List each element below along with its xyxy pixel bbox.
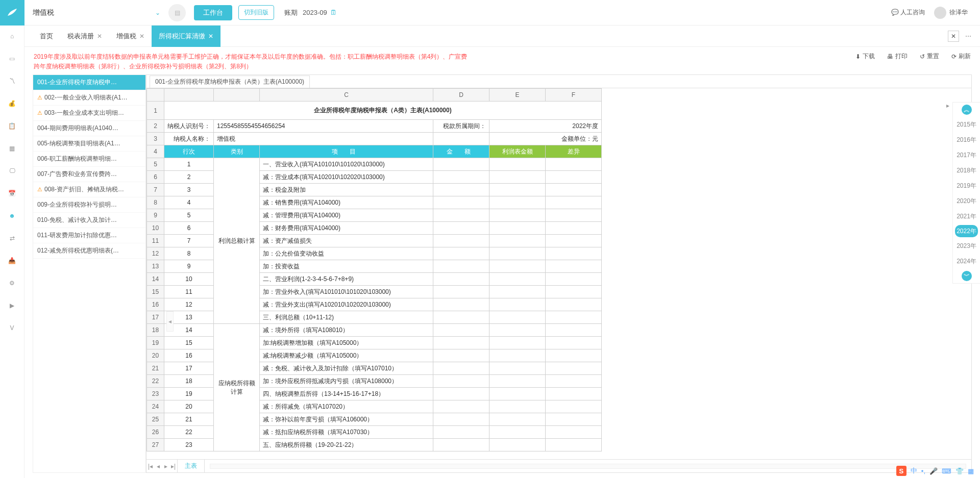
ime-skin-icon[interactable]: 👕	[955, 467, 964, 475]
year-down-button[interactable]: ︾	[953, 269, 980, 283]
form-list-item[interactable]: ⚠003-一般企业成本支出明细…	[33, 106, 145, 121]
year-option[interactable]: 2022年	[955, 225, 978, 237]
year-option[interactable]: 2021年	[953, 209, 980, 224]
user-menu[interactable]: 徐泽华	[934, 7, 968, 19]
toolbar-actions: ⬇ 下载 🖶 打印 ↺ 重置 ⟳ 刷新	[855, 52, 971, 61]
ime-lang[interactable]: 中	[911, 466, 917, 475]
year-option[interactable]: 2023年	[953, 238, 980, 254]
form-list-item[interactable]: 012-减免所得税优惠明细表(…	[33, 243, 145, 259]
form-list-item[interactable]: 005-纳税调整项目明细表(A1…	[33, 136, 145, 152]
form-list-item[interactable]: ⚠008-资产折旧、摊销及纳税…	[33, 182, 145, 197]
nav-transfer-icon[interactable]: ⇄	[7, 233, 18, 244]
close-icon[interactable]: ✕	[208, 33, 213, 40]
nav-v-icon[interactable]: V	[7, 322, 18, 334]
more-tabs-icon[interactable]: ⋯	[965, 33, 972, 40]
nav-rail: ⌂ ▭ 〽 💰 📋 ▦ 🖵 📅 ☻ ⇄ 📥 ⚙ ▶ V	[0, 26, 24, 478]
tab-income-tax-settlement[interactable]: 所得税汇算清缴✕	[152, 26, 220, 47]
chevron-down-icon: ⌄	[155, 9, 160, 16]
sheet-breadcrumb: 001-企业所得税年度纳税申报表（A类）主表(A100000)	[146, 75, 971, 88]
tab-tax-list[interactable]: 税表清册✕	[60, 26, 109, 47]
form-list-item[interactable]: 010-免税、减计收入及加计…	[33, 213, 145, 228]
year-option[interactable]: 2019年	[953, 178, 980, 193]
ime-mic-icon[interactable]: 🎤	[929, 467, 938, 475]
year-option[interactable]: 2024年	[953, 254, 980, 269]
warning-text: 2019年度涉及取以前年度结转数据的申报表单元格需要手工维护正确，才能保证本年及…	[34, 52, 473, 71]
sheet-nav-arrows[interactable]: |◂◂▸▸|	[146, 463, 177, 470]
warning-icon: ⚠	[37, 110, 42, 116]
sheet-footer: |◂◂▸▸| 主表	[146, 459, 971, 472]
form-list: 001-企业所得税年度纳税申…⚠002-一般企业收入明细表(A1…⚠003-一般…	[33, 74, 146, 473]
avatar	[934, 7, 946, 19]
nav-report-icon[interactable]: ▦	[7, 143, 18, 154]
ime-keyboard-icon[interactable]: ⌨	[942, 467, 951, 475]
year-option[interactable]: 2016年	[953, 132, 980, 147]
doc-icon[interactable]: ▤	[168, 4, 186, 21]
nav-tax-icon[interactable]: ☻	[7, 210, 18, 221]
page-tabs: 首页 税表清册✕ 增值税✕ 所得税汇算清缴✕ ✕ ⋯	[24, 26, 980, 47]
nav-calendar-icon[interactable]: 📅	[7, 188, 18, 199]
tab-home[interactable]: 首页	[33, 26, 60, 47]
spreadsheet-grid[interactable]: CDEF1企业所得税年度纳税申报表（A类）主表(A100000)2纳税人识别号：…	[146, 88, 602, 451]
period-picker[interactable]: 2023-09 🗓	[303, 9, 337, 16]
reset-button[interactable]: ↺ 重置	[920, 52, 939, 61]
ime-punct-icon[interactable]: •,	[921, 467, 925, 475]
form-list-item[interactable]: 006-职工薪酬纳税调整明细…	[33, 152, 145, 167]
close-icon[interactable]: ✕	[97, 33, 102, 40]
period: 账期 2023-09 🗓	[284, 8, 337, 17]
year-option[interactable]: 2020年	[953, 193, 980, 209]
form-list-item[interactable]: 009-企业所得税弥补亏损明…	[33, 197, 145, 213]
warning-icon: ⚠	[37, 94, 42, 101]
year-option[interactable]: 2015年	[953, 117, 980, 132]
form-list-item[interactable]: 007-广告费和业务宣传费跨…	[33, 167, 145, 182]
nav-clipboard-icon[interactable]: 📋	[7, 120, 18, 132]
nav-doc-icon[interactable]: ▭	[7, 53, 18, 64]
nav-settings-icon[interactable]: ⚙	[7, 278, 18, 289]
nav-archive-icon[interactable]: 📥	[7, 255, 18, 266]
app-logo[interactable]	[0, 0, 24, 26]
download-button[interactable]: ⬇ 下载	[855, 52, 875, 61]
nav-video-icon[interactable]: ▶	[7, 300, 18, 311]
refresh-button[interactable]: ⟳ 刷新	[951, 52, 971, 61]
form-list-item[interactable]: ⚠002-一般企业收入明细表(A1…	[33, 90, 145, 106]
consult-link[interactable]: 💬 人工咨询	[891, 8, 925, 17]
form-list-item[interactable]: 011-研发费用加计扣除优惠…	[33, 228, 145, 243]
year-option[interactable]: 2017年	[953, 147, 980, 163]
spreadsheet: 001-企业所得税年度纳税申报表（A类）主表(A100000) CDEF1企业所…	[146, 74, 972, 473]
nav-home-icon[interactable]: ⌂	[7, 31, 18, 42]
print-button[interactable]: 🖶 打印	[887, 52, 908, 61]
ime-bar: S 中 •, 🎤 ⌨ 👕 ▦	[896, 466, 974, 476]
horizontal-scrollbar[interactable]	[210, 464, 966, 469]
year-option[interactable]: 2018年	[953, 163, 980, 178]
year-rail: ︽ 2015年2016年2017年2018年2019年2020年2021年202…	[952, 102, 980, 284]
year-up-button[interactable]: ︽	[953, 103, 980, 117]
overflow-arrow-icon[interactable]: ▸	[946, 102, 949, 109]
nav-asset-icon[interactable]: 💰	[7, 98, 18, 109]
ime-grid-icon[interactable]: ▦	[968, 467, 974, 475]
close-icon[interactable]: ✕	[139, 33, 144, 40]
collapse-formlist-button[interactable]: ◂	[166, 311, 174, 332]
org-name: 增值税	[33, 8, 54, 17]
calendar-icon: 🗓	[330, 9, 337, 16]
close-all-button[interactable]: ✕	[948, 31, 959, 42]
org-selector[interactable]: 增值税 ⌄	[33, 8, 160, 17]
form-list-item[interactable]: 001-企业所得税年度纳税申…	[33, 75, 145, 90]
tab-vat[interactable]: 增值税✕	[109, 26, 152, 47]
warning-icon: ⚠	[37, 186, 42, 193]
nav-screen-icon[interactable]: 🖵	[7, 165, 18, 177]
period-label: 账期	[284, 8, 298, 17]
user-name: 徐泽华	[949, 8, 968, 17]
ime-logo-icon[interactable]: S	[896, 466, 906, 476]
top-header: 增值税 ⌄ ▤ 工作台 切到旧版 账期 2023-09 🗓 💬 人工咨询 徐泽华	[0, 0, 980, 26]
switch-old-button[interactable]: 切到旧版	[238, 5, 274, 20]
nav-analytics-icon[interactable]: 〽	[7, 76, 18, 87]
workspace-button[interactable]: 工作台	[194, 5, 232, 20]
sheet-tab-main[interactable]: 主表	[177, 460, 205, 472]
form-list-item[interactable]: 004-期间费用明细表(A1040…	[33, 121, 145, 136]
